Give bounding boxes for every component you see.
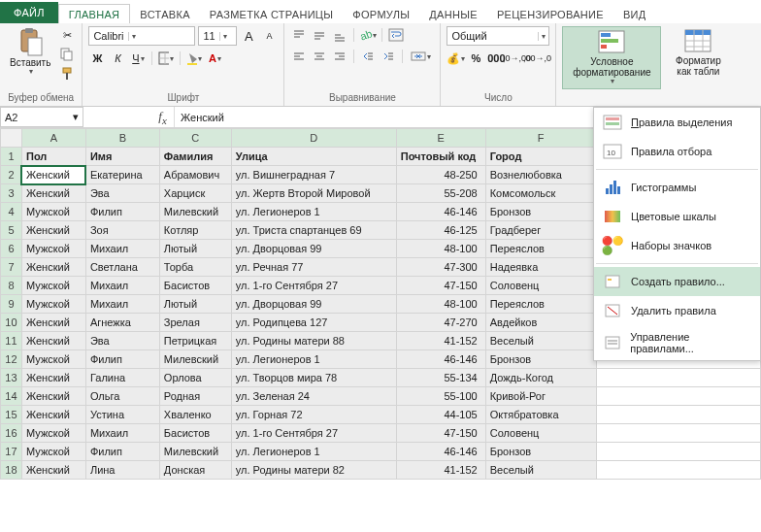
cell-C4[interactable]: Милевский: [159, 203, 231, 221]
cell-C11[interactable]: Петрицкая: [159, 332, 231, 350]
row-header-14[interactable]: 14: [1, 387, 22, 406]
menu-icon-sets[interactable]: 🔴🟡🟢 Наборы значков: [594, 231, 760, 260]
fx-button[interactable]: fx: [151, 107, 175, 127]
col-header-E[interactable]: E: [396, 129, 485, 148]
cell-E10[interactable]: 47-270: [396, 314, 485, 332]
cell-D11[interactable]: ул. Родины матери 88: [231, 332, 396, 350]
row-header-4[interactable]: 4: [1, 203, 22, 221]
row-header-8[interactable]: 8: [1, 277, 22, 295]
menu-highlight-rules[interactable]: ППравила выделенияравила выделения: [594, 108, 760, 137]
row-header-10[interactable]: 10: [1, 314, 22, 332]
increase-indent-button[interactable]: [380, 48, 397, 65]
cell-C15[interactable]: Хваленко: [159, 406, 231, 424]
cell-D3[interactable]: ул. Жертв Второй Мировой: [231, 184, 396, 203]
cell-C1[interactable]: Фамилия: [159, 148, 231, 166]
conditional-formatting-button[interactable]: Условное форматирование▾: [562, 26, 661, 89]
paste-button[interactable]: Вставить▾: [6, 26, 54, 79]
row-header-17[interactable]: 17: [1, 443, 22, 461]
tab-home[interactable]: ГЛАВНАЯ: [58, 4, 131, 23]
name-box[interactable]: A2▾: [0, 107, 83, 127]
cell-A12[interactable]: Мужской: [21, 350, 85, 369]
row-header-16[interactable]: 16: [1, 424, 22, 443]
tab-data[interactable]: ДАННЫЕ: [419, 5, 487, 23]
row-header-3[interactable]: 3: [1, 184, 22, 203]
menu-data-bars[interactable]: Гистограммы: [594, 173, 760, 202]
align-right-button[interactable]: [331, 48, 348, 65]
cell-B1[interactable]: Имя: [85, 148, 159, 166]
cell-F4[interactable]: Бронзов: [485, 203, 596, 221]
cell-D12[interactable]: ул. Легионеров 1: [231, 350, 396, 369]
cell-D17[interactable]: ул. Легионеров 1: [231, 443, 396, 461]
cell-B9[interactable]: Михаил: [85, 295, 159, 314]
cell-E1[interactable]: Почтовый код: [396, 148, 485, 166]
cell-A15[interactable]: Женский: [21, 406, 85, 424]
col-header-C[interactable]: C: [159, 129, 231, 148]
menu-top-bottom-rules[interactable]: 10 Правила отбора: [594, 137, 760, 166]
cell-A4[interactable]: Мужской: [21, 203, 85, 221]
cell-F12[interactable]: Бронзов: [485, 350, 596, 369]
cell-C6[interactable]: Лютый: [159, 240, 231, 258]
cell-A3[interactable]: Женский: [21, 184, 85, 203]
align-center-button[interactable]: [311, 48, 328, 65]
cell-B13[interactable]: Галина: [85, 369, 159, 387]
cell-C2[interactable]: Абрамович: [159, 166, 231, 184]
accounting-button[interactable]: 💰▾: [447, 50, 464, 67]
number-format-combo[interactable]: Общий▾: [447, 26, 549, 46]
cell-F13[interactable]: Дождь-Когод: [485, 369, 596, 387]
cell-E14[interactable]: 55-100: [396, 387, 485, 406]
cell-C8[interactable]: Басистов: [159, 277, 231, 295]
cell-D7[interactable]: ул. Речная 77: [231, 258, 396, 277]
cell-D16[interactable]: ул. 1-го Сентября 27: [231, 424, 396, 443]
cell-B2[interactable]: Екатерина: [85, 166, 159, 184]
row-header-5[interactable]: 5: [1, 221, 22, 240]
row-header-1[interactable]: 1: [1, 148, 22, 166]
cell-A16[interactable]: Мужской: [21, 424, 85, 443]
cell-B5[interactable]: Зоя: [85, 221, 159, 240]
cell-C10[interactable]: Зрелая: [159, 314, 231, 332]
borders-button[interactable]: ▾: [157, 50, 175, 67]
cell-C16[interactable]: Басистов: [159, 424, 231, 443]
cell-E12[interactable]: 46-146: [396, 350, 485, 369]
cell-B8[interactable]: Михаил: [85, 277, 159, 295]
cell-F1[interactable]: Город: [485, 148, 596, 166]
select-all-corner[interactable]: [1, 129, 22, 148]
cell-C3[interactable]: Харциск: [159, 184, 231, 203]
cell-F2[interactable]: Вознелюбовка: [485, 166, 596, 184]
cell-C13[interactable]: Орлова: [159, 369, 231, 387]
underline-button[interactable]: Ч▾: [129, 50, 147, 67]
cell-B4[interactable]: Филип: [85, 203, 159, 221]
cell-D5[interactable]: ул. Триста спартанцев 69: [231, 221, 396, 240]
cell-E15[interactable]: 44-105: [396, 406, 485, 424]
cell-C12[interactable]: Милевский: [159, 350, 231, 369]
cell-E18[interactable]: 41-152: [396, 461, 485, 480]
tab-review[interactable]: РЕЦЕНЗИРОВАНИЕ: [487, 5, 613, 23]
row-header-11[interactable]: 11: [1, 332, 22, 350]
cell-D13[interactable]: ул. Творцов мира 78: [231, 369, 396, 387]
align-left-button[interactable]: [290, 48, 308, 65]
cell-A10[interactable]: Женский: [21, 314, 85, 332]
cell-G18[interactable]: [596, 461, 760, 480]
format-as-table-button[interactable]: Форматир как табли: [665, 26, 731, 79]
cell-A1[interactable]: Пол: [21, 148, 85, 166]
align-middle-button[interactable]: [311, 26, 328, 44]
align-bottom-button[interactable]: [331, 26, 348, 44]
cell-F5[interactable]: Градберег: [485, 221, 596, 240]
row-header-15[interactable]: 15: [1, 406, 22, 424]
cell-A5[interactable]: Женский: [21, 221, 85, 240]
cell-C14[interactable]: Родная: [159, 387, 231, 406]
cell-A7[interactable]: Женский: [21, 258, 85, 277]
cell-G15[interactable]: [596, 406, 760, 424]
cell-B14[interactable]: Ольга: [85, 387, 159, 406]
col-header-F[interactable]: F: [485, 129, 596, 148]
menu-clear-rules[interactable]: Удалить правила: [594, 296, 760, 325]
cell-A17[interactable]: Мужской: [21, 443, 85, 461]
cell-F8[interactable]: Соловенц: [485, 277, 596, 295]
align-top-button[interactable]: [290, 26, 308, 44]
cell-E17[interactable]: 46-146: [396, 443, 485, 461]
increase-font-button[interactable]: A: [240, 27, 257, 45]
cell-F14[interactable]: Кривой-Рог: [485, 387, 596, 406]
cell-A8[interactable]: Мужской: [21, 277, 85, 295]
tab-file[interactable]: ФАЙЛ: [0, 2, 58, 23]
row-header-12[interactable]: 12: [1, 350, 22, 369]
col-header-B[interactable]: B: [85, 129, 159, 148]
